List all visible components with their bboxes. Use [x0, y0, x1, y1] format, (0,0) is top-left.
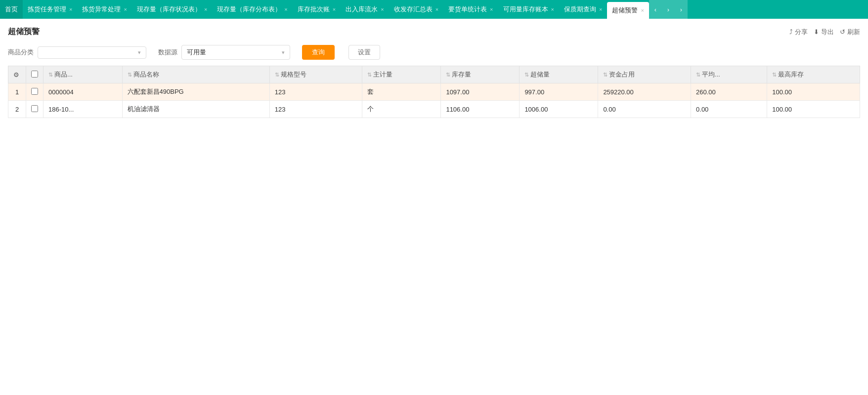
nav-home[interactable]: 首页 — [0, 0, 23, 19]
data-table: ⚙ 商品... 商品名称 规格型号 主计量 库存量 — [8, 66, 860, 118]
row-checkbox-cell[interactable] — [26, 101, 43, 118]
col-maxstock[interactable]: 最高库存 — [767, 66, 860, 83]
gear-icon[interactable]: ⚙ — [13, 71, 19, 79]
nav-available[interactable]: 可用量库存账本 × — [498, 0, 559, 19]
refresh-icon: ↺ — [840, 28, 845, 36]
close-icon[interactable]: × — [284, 6, 287, 12]
close-icon[interactable]: × — [204, 6, 207, 12]
table-row: 2 186-10... 机油滤清器 123 个 1106.00 1006.00 … — [8, 101, 860, 118]
col-spec[interactable]: 规格型号 — [269, 66, 362, 83]
row-name: 机油滤清器 — [122, 101, 269, 118]
nav-stock-dist[interactable]: 现存量（库存分布表） × — [212, 0, 292, 19]
close-icon[interactable]: × — [551, 6, 554, 12]
select-all-checkbox[interactable] — [31, 71, 38, 78]
nav-abnormal[interactable]: 拣货异常处理 × — [77, 0, 131, 19]
query-button[interactable]: 查询 — [302, 45, 335, 60]
row-maxstock: 100.00 — [767, 83, 860, 101]
page-header: 超储预警 ⤴ 分享 ⬇ 导出 ↺ 刷新 — [8, 27, 860, 37]
filter-row: 商品分类 ▾ 数据源 可用量 ▾ 查询 设置 — [8, 45, 860, 60]
close-icon[interactable]: × — [69, 6, 72, 12]
nav-task-mgmt[interactable]: 拣货任务管理 × — [23, 0, 77, 19]
nav-expiry[interactable]: 保质期查询 × — [559, 0, 607, 19]
row-stock: 1106.00 — [441, 101, 520, 118]
nav-arrow-more[interactable]: › — [675, 0, 688, 19]
close-icon[interactable]: × — [124, 6, 127, 12]
col-unit[interactable]: 主计量 — [362, 66, 441, 83]
chevron-down-icon: ▾ — [282, 49, 285, 56]
row-capital: 259220.00 — [598, 83, 691, 101]
row-overflow: 1006.00 — [520, 101, 598, 118]
row-checkbox[interactable] — [31, 105, 38, 112]
row-unit: 套 — [362, 83, 441, 101]
row-code: 186-10... — [43, 101, 123, 118]
close-icon[interactable]: × — [435, 6, 438, 12]
row-stock: 1097.00 — [441, 83, 520, 101]
filter-datasource: 数据源 可用量 ▾ — [158, 45, 290, 60]
nav-batch[interactable]: 库存批次账 × — [293, 0, 341, 19]
row-checkbox[interactable] — [31, 88, 38, 95]
nav-flow[interactable]: 出入库流水 × — [341, 0, 389, 19]
row-code: 0000004 — [43, 83, 123, 101]
row-maxstock: 100.00 — [767, 101, 860, 118]
category-select[interactable]: ▾ — [38, 46, 146, 59]
export-button[interactable]: ⬇ 导出 — [814, 28, 834, 37]
col-capital[interactable]: 资金占用 — [598, 66, 691, 83]
row-checkbox-cell[interactable] — [26, 83, 43, 101]
top-nav: 首页 拣货任务管理 × 拣货异常处理 × 现存量（库存状况表） × 现存量（库存… — [0, 0, 868, 19]
close-icon[interactable]: × — [381, 6, 384, 12]
close-icon[interactable]: × — [490, 6, 493, 12]
row-number: 1 — [8, 83, 26, 101]
col-overflow[interactable]: 超储量 — [520, 66, 598, 83]
main-content: 超储预警 ⤴ 分享 ⬇ 导出 ↺ 刷新 商品分类 ▾ 数据源 — [0, 19, 868, 395]
nav-arrow-right[interactable]: › — [662, 0, 675, 19]
page-title: 超储预警 — [8, 27, 40, 37]
category-label: 商品分类 — [8, 48, 34, 57]
row-overflow: 997.00 — [520, 83, 598, 101]
row-number: 2 — [8, 101, 26, 118]
header-actions: ⤴ 分享 ⬇ 导出 ↺ 刷新 — [789, 28, 860, 37]
table-row: 1 0000004 六配套新昌490BPG 123 套 1097.00 997.… — [8, 83, 860, 101]
nav-overstock[interactable]: 超储预警 × — [607, 2, 649, 19]
row-avg: 0.00 — [691, 101, 767, 118]
col-name[interactable]: 商品名称 — [122, 66, 269, 83]
share-button[interactable]: ⤴ 分享 — [789, 28, 808, 37]
filter-category: 商品分类 ▾ — [8, 46, 146, 59]
checkbox-column-header[interactable] — [26, 66, 43, 83]
row-name: 六配套新昌490BPG — [122, 83, 269, 101]
datasource-select[interactable]: 可用量 ▾ — [181, 45, 290, 60]
nav-stock-status[interactable]: 现存量（库存状况表） × — [132, 0, 212, 19]
nav-summary[interactable]: 收发存汇总表 × — [389, 0, 443, 19]
row-avg: 260.00 — [691, 83, 767, 101]
share-icon: ⤴ — [789, 28, 793, 36]
datasource-label: 数据源 — [158, 48, 177, 57]
row-spec: 123 — [269, 101, 362, 118]
chevron-down-icon: ▾ — [138, 49, 141, 56]
row-unit: 个 — [362, 101, 441, 118]
close-icon[interactable]: × — [333, 6, 336, 12]
row-capital: 0.00 — [598, 101, 691, 118]
datasource-value: 可用量 — [187, 48, 206, 57]
export-icon: ⬇ — [814, 28, 819, 36]
row-spec: 123 — [269, 83, 362, 101]
nav-arrow-left[interactable]: ‹ — [649, 0, 662, 19]
close-icon[interactable]: × — [641, 7, 644, 13]
col-stock[interactable]: 库存量 — [441, 66, 520, 83]
setting-button[interactable]: 设置 — [348, 45, 380, 60]
col-code[interactable]: 商品... — [43, 66, 123, 83]
table-header-row: ⚙ 商品... 商品名称 规格型号 主计量 库存量 — [8, 66, 860, 83]
nav-demand[interactable]: 要货单统计表 × — [443, 0, 498, 19]
refresh-button[interactable]: ↺ 刷新 — [840, 28, 860, 37]
gear-column-header[interactable]: ⚙ — [8, 66, 26, 83]
col-avg[interactable]: 平均... — [691, 66, 767, 83]
close-icon[interactable]: × — [599, 6, 602, 12]
